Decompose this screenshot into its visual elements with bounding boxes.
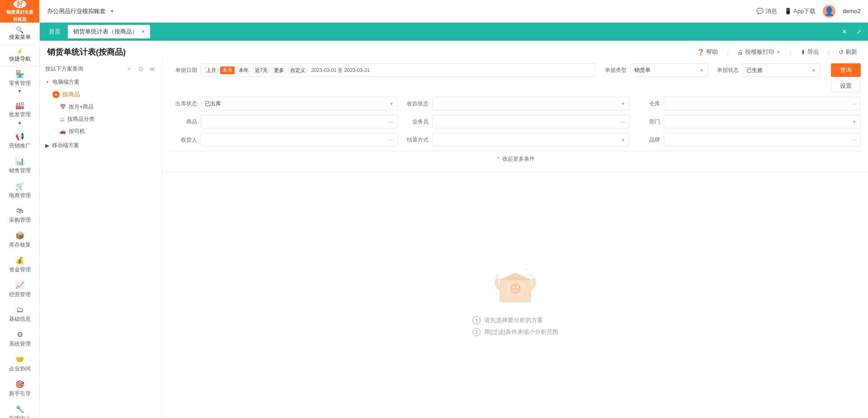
app-logo: 好 畅捷通好生意 标账版 <box>0 0 39 23</box>
sidebar-item-marketing[interactable]: 📢 营销推广 <box>0 128 39 153</box>
doc-type-control[interactable]: 销货单 ▼ <box>630 63 708 77</box>
settlement-arrow: ▼ <box>621 138 625 142</box>
svg-text:✦: ✦ <box>529 272 533 277</box>
retail-arrow: ▼ <box>18 89 22 94</box>
warehouse-dots: ··· <box>851 100 857 107</box>
finance-label: 资金管理 <box>9 266 31 274</box>
download-label: App下载 <box>793 7 816 15</box>
empty-steps: 1 请先选择要分析的方案 2 用[过滤]条件来缩小分析范围 <box>472 316 558 336</box>
app-download-btn[interactable]: 📱 App下载 <box>784 7 816 15</box>
basic-label: 基础信息 <box>9 315 31 323</box>
tab-home[interactable]: 首页 <box>43 25 66 38</box>
settlement-label: 结算方式 <box>401 136 429 144</box>
collapse-scheme-btn[interactable]: ≪ <box>148 64 157 73</box>
sidebar-item-retail[interactable]: 🏪 零售管理 ▼ <box>0 66 39 97</box>
driver-icon: 🚗 <box>60 128 66 134</box>
month-product-icon: 📅 <box>60 104 66 110</box>
tab-maximize-btn[interactable]: ⤢ <box>854 26 864 37</box>
sidebar-item-sales[interactable]: 📊 销售管理 <box>0 153 39 178</box>
product-scheme-label: 按商品 <box>62 90 80 99</box>
date-preset-custom[interactable]: 自定义 <box>288 66 307 74</box>
scheme-panel: 按以下方案查询 ＋ ⊙ ≪ ▼ 电脑端方案 ● 按商品 <box>40 58 163 418</box>
refresh-label: 刷新 <box>845 48 857 56</box>
empty-illustration: ✦ ✦ ✦ <box>488 255 542 309</box>
quick-nav-label: 快捷导航 <box>0 55 39 63</box>
sidebar-item-finance[interactable]: 💰 资金管理 <box>0 252 39 277</box>
date-preset-more[interactable]: 更多 <box>272 66 286 74</box>
filter-results: 单据日期 上月 本月 本年 近7天 更多 自定义 2023-03-01 至 20… <box>163 58 868 418</box>
main-area: 办公用品行业模拟账套 ▼ 💬 消息 📱 App下载 👤 demo2 首页 销货单… <box>40 0 868 418</box>
sidebar-item-basic[interactable]: 🗂 基础信息 <box>0 302 39 327</box>
setting-btn[interactable]: 设置 <box>831 80 861 92</box>
date-control[interactable]: 上月 本月 本年 近7天 更多 自定义 2023-03-01 至 2023-03… <box>201 63 596 77</box>
recipient-control[interactable]: ··· <box>201 133 398 147</box>
doc-status-control[interactable]: 已生效 ▼ <box>742 63 820 77</box>
download-icon: 📱 <box>784 8 792 14</box>
settlement-control[interactable]: ▼ <box>432 133 629 147</box>
message-icon: 💬 <box>756 8 764 14</box>
breadcrumb-arrow: ▼ <box>109 8 115 14</box>
collapse-bar[interactable]: ⌃ 收起更多条件 <box>170 151 861 166</box>
sidebar-item-purchase[interactable]: 🛍 采购管理 <box>0 203 39 228</box>
refresh-btn[interactable]: ↺ 刷新 <box>835 46 861 58</box>
date-preset-this-year[interactable]: 本年 <box>236 66 251 74</box>
help-btn[interactable]: ❓ 帮助 <box>693 46 722 58</box>
top-nav-right: 💬 消息 📱 App下载 👤 demo2 <box>756 5 861 18</box>
active-tab-label: 销货单统计表（按商品） <box>73 28 138 36</box>
sidebar-item-wholesale[interactable]: 🏭 批发管理 ▲ <box>0 97 39 128</box>
sidebar-item-appstore[interactable]: 🔧 应用中心 <box>0 401 39 418</box>
tab-close-window-btn[interactable]: ✕ <box>839 26 850 37</box>
split-layout: 按以下方案查询 ＋ ⊙ ≪ ▼ 电脑端方案 ● 按商品 <box>40 58 868 418</box>
product-scheme-icon: ● <box>52 91 60 98</box>
receipt-status-arrow: ▼ <box>621 101 625 106</box>
salesperson-control[interactable]: ··· <box>432 115 629 128</box>
message-btn[interactable]: 💬 消息 <box>756 7 777 15</box>
sidebar-item-operations[interactable]: 📈 经营管理 <box>0 277 39 302</box>
sidebar-item-inventory[interactable]: 📦 库存核算 <box>0 228 39 252</box>
tab-active[interactable]: 销货单统计表（按商品） × <box>68 25 150 38</box>
quick-nav[interactable]: ⚡ 快捷导航 <box>0 45 39 66</box>
date-preset-7days[interactable]: 近7天 <box>253 66 270 74</box>
dept-control[interactable]: ▼ <box>664 115 861 128</box>
sidebar-item-guide[interactable]: 🎯 新手引导 <box>0 376 39 401</box>
product-control[interactable]: ··· <box>201 115 398 128</box>
scheme-item-by-month-product[interactable]: 📅 按月+商品 <box>40 101 162 113</box>
basic-icon: 🗂 <box>16 306 24 314</box>
date-preset-this-month[interactable]: 本月 <box>220 66 235 74</box>
tab-close-btn[interactable]: × <box>142 28 145 35</box>
refresh-icon: ↺ <box>839 49 844 56</box>
mobile-group-toggle[interactable]: ▶ 移动端方案 <box>40 139 162 152</box>
retail-label: 零售管理 <box>9 80 31 87</box>
desktop-group-label: 电脑端方案 <box>52 78 80 86</box>
print-btn[interactable]: 🖨 按模板打印 ▼ <box>734 46 784 58</box>
scheme-item-by-category[interactable]: 🗂 按商品分类 <box>40 113 162 125</box>
out-status-control[interactable]: 已出库 ▼ <box>201 97 398 110</box>
svg-point-5 <box>513 286 514 288</box>
receipt-status-control[interactable]: ▼ <box>432 97 629 110</box>
sidebar-item-corp[interactable]: 🤝 企业协同 <box>0 352 39 376</box>
warehouse-control[interactable]: ··· <box>664 97 861 110</box>
svg-point-4 <box>510 283 521 294</box>
search-menu[interactable]: 🔍 搜索菜单 <box>0 23 39 45</box>
sep2: | <box>790 49 791 56</box>
home-tab-label: 首页 <box>49 28 61 36</box>
month-product-label: 按月+商品 <box>69 103 94 111</box>
add-scheme-btn[interactable]: ＋ <box>124 64 133 73</box>
edit-scheme-btn[interactable]: ⊙ <box>136 64 145 73</box>
scheme-item-by-product[interactable]: ● 按商品 <box>40 88 162 101</box>
out-status-label: 出库状态 <box>170 100 197 108</box>
sidebar-item-ecommerce[interactable]: 🛒 电商管理 <box>0 178 39 203</box>
desktop-group-toggle[interactable]: ▼ 电脑端方案 <box>40 76 162 88</box>
doc-status-label: 单据状态 <box>712 66 739 74</box>
sidebar-item-system[interactable]: ⚙ 系统管理 <box>0 327 39 352</box>
scheme-item-by-driver[interactable]: 🚗 按司机 <box>40 125 162 138</box>
scheme-header: 按以下方案查询 ＋ ⊙ ≪ <box>40 62 162 76</box>
avatar[interactable]: 👤 <box>823 5 835 18</box>
query-btn[interactable]: 查询 <box>831 63 861 77</box>
page-title: 销货单统计表(按商品) <box>47 47 126 57</box>
date-preset-last-month[interactable]: 上月 <box>204 66 218 74</box>
brand-control[interactable]: ··· <box>664 133 861 147</box>
guide-label: 新手引导 <box>9 390 31 398</box>
export-btn[interactable]: ⬆ 导出 <box>797 46 823 58</box>
collapse-label: 收起更多条件 <box>502 155 535 163</box>
